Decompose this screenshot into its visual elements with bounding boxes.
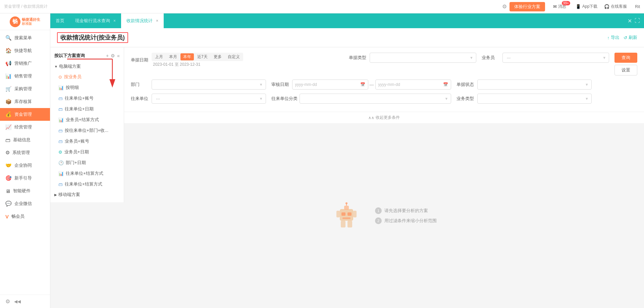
collapse-more-btn[interactable]: ∧∧ 收起更多条件 bbox=[124, 112, 644, 123]
date-tab-thismonth[interactable]: 本月 bbox=[166, 53, 180, 60]
counterpart-dropdown[interactable]: ··· ▼ bbox=[152, 94, 266, 104]
footer-collapse-btn[interactable]: ◀◀ bbox=[14, 299, 21, 304]
scheme-add-btn[interactable]: + bbox=[106, 53, 109, 58]
sidebar-hardware-label: 智能硬件 bbox=[13, 188, 31, 194]
sidebar-fund-label: 资金管理 bbox=[14, 111, 32, 117]
mobile-group-arrow: ▶ bbox=[54, 193, 57, 197]
scheme-item-counterpart-settle1[interactable]: 📊 往来单位+结算方式 bbox=[50, 168, 124, 179]
sidebar-item-sales[interactable]: 📊 销售管理 bbox=[0, 70, 50, 83]
doc-status-dropdown[interactable]: ▼ bbox=[477, 80, 592, 90]
sidebar-nav: 🔍 搜索菜单 🏠 快捷导航 📢 营销推广 📊 销售管理 🛒 采购管 bbox=[0, 30, 50, 295]
scheme-desktop-group[interactable]: ▼ 电脑端方案 bbox=[50, 61, 124, 71]
sidebar-item-hardware[interactable]: 🖥 智能硬件 bbox=[0, 185, 50, 197]
scheme-collapse-btn[interactable]: « bbox=[117, 53, 120, 58]
empty-tip-2: 2 用过滤条件来缩小分析范围 bbox=[375, 217, 437, 224]
sidebar-item-quick-nav[interactable]: 🏠 快捷导航 bbox=[0, 44, 50, 57]
salesperson-dropdown[interactable]: ··· ▼ bbox=[502, 53, 609, 63]
svg-rect-10 bbox=[336, 211, 340, 217]
review-date-from-text: yyyy-mm-dd bbox=[295, 82, 317, 87]
scheme-item-dept-date[interactable]: 🕐 部门+日期 bbox=[50, 157, 124, 168]
sidebar-enterprise-label: 企业协同 bbox=[14, 162, 32, 168]
date-tab-7days[interactable]: 近7天 bbox=[195, 53, 210, 60]
settings-btn[interactable]: 设置 bbox=[614, 65, 637, 75]
dept-dropdown[interactable]: ▼ bbox=[152, 80, 266, 90]
scheme-item-salesperson-date[interactable]: ⚙ 业务员+日期 bbox=[50, 147, 124, 157]
scheme-item-detail[interactable]: 📊 按明细 bbox=[50, 82, 124, 93]
scheme-item-counterpart-account[interactable]: 🗃 往来单位+账号 bbox=[50, 93, 124, 104]
date-label: 单据日期 bbox=[131, 57, 150, 63]
tab-collection-close[interactable]: × bbox=[156, 18, 158, 23]
ca-scheme-label: 往来单位+账号 bbox=[65, 95, 94, 101]
doc-type-dropdown[interactable]: ▼ bbox=[370, 53, 476, 63]
filter-row-3: 往来单位 ··· ▼ 往来单位分类 ▼ bbox=[131, 94, 637, 104]
filter-section: 单据日期 上月 本月 本年 近7天 更多 自定义 bbox=[124, 47, 644, 112]
scheme-mobile-group[interactable]: ▶ 移动端方案 bbox=[50, 190, 124, 200]
refresh-btn[interactable]: ↺ 刷新 bbox=[624, 35, 637, 41]
date-tab-lastmonth[interactable]: 上月 bbox=[152, 53, 166, 60]
sidebar-item-inventory[interactable]: 📦 库存核算 bbox=[0, 95, 50, 108]
tab-home[interactable]: 首页 bbox=[50, 13, 70, 28]
sidebar-item-base[interactable]: 🗃 基础信息 bbox=[0, 134, 50, 146]
scheme-item-salesperson-settle[interactable]: 📊 业务员+结算方式 bbox=[50, 114, 124, 125]
sidebar-base-label: 基础信息 bbox=[13, 137, 31, 143]
review-date-from[interactable]: yyyy-mm-dd 📅 bbox=[292, 80, 368, 90]
scheme-item-salesperson[interactable]: ⊙ 按业务员 bbox=[50, 71, 124, 82]
biz-type-dropdown[interactable]: ▼ bbox=[477, 94, 592, 104]
review-date-to-text: yyyy-mm-dd bbox=[378, 82, 400, 87]
maximize-btn[interactable]: ⛶ bbox=[635, 18, 640, 24]
filter-row-2: 部门 ▼ 审核日期 yyyy-mm-dd bbox=[131, 80, 637, 90]
app-download-area[interactable]: 📱 App下载 bbox=[576, 4, 597, 9]
scheme-item-dept[interactable]: 🗃 按往来单位+部门+收... bbox=[50, 125, 124, 136]
date-tab-thisyear[interactable]: 本年 bbox=[180, 53, 194, 60]
tip-text-1: 请先选择要分析的方案 bbox=[384, 208, 428, 214]
footer-settings-btn[interactable]: ⚙ bbox=[5, 298, 10, 305]
sidebar-item-marketing[interactable]: 📢 营销推广 bbox=[0, 57, 50, 70]
scheme-item-salesperson-account[interactable]: 🗃 业务员+账号 bbox=[50, 136, 124, 147]
date-separator: — bbox=[370, 82, 374, 87]
date-range-display: 2023-01-01 至 2023-12-31 bbox=[153, 62, 243, 67]
counterpart-more-icon[interactable]: ··· bbox=[156, 96, 160, 101]
doc-type-filter-item: 单据类型 ▼ bbox=[349, 53, 476, 63]
purchase-icon: 🛒 bbox=[5, 86, 12, 92]
sidebar-item-system[interactable]: ⚙ 系统管理 bbox=[0, 146, 50, 159]
scheme-item-counterpart-settle2[interactable]: 🗃 往来单位+结算方式 bbox=[50, 179, 124, 190]
export-btn[interactable]: ↑ 导出 bbox=[607, 35, 620, 41]
trial-btn[interactable]: 体验行业方案 bbox=[509, 2, 545, 11]
sidebar-item-search[interactable]: 🔍 搜索菜单 bbox=[0, 32, 50, 44]
query-btn[interactable]: 查询 bbox=[614, 53, 637, 63]
sidebar-item-member[interactable]: V 畅会员 bbox=[0, 210, 50, 223]
sidebar-item-wechat[interactable]: 💬 企业微信 bbox=[0, 197, 50, 210]
salesperson-label: 业务员 bbox=[482, 55, 500, 61]
sidebar-item-operation[interactable]: 📈 经营管理 bbox=[0, 121, 50, 134]
sidebar-item-fund[interactable]: 💰 资金管理 bbox=[0, 108, 50, 121]
counterpart-type-dropdown[interactable]: ▼ bbox=[300, 94, 451, 104]
header-settings-btn[interactable]: ⚙ bbox=[502, 3, 507, 10]
edition-label: 标准版 bbox=[22, 22, 40, 26]
sa-scheme-icon: 🗃 bbox=[58, 139, 63, 144]
svg-rect-13 bbox=[347, 221, 352, 227]
sidebar-footer: ⚙ ◀◀ bbox=[0, 295, 50, 308]
sidebar-item-guide[interactable]: 🎯 新手引导 bbox=[0, 172, 50, 185]
tab-bank-flow-close[interactable]: × bbox=[113, 18, 116, 23]
review-date-to[interactable]: yyyy-mm-dd 📅 bbox=[375, 80, 451, 90]
scheme-item-counterpart-date[interactable]: 🗃 往来单位+日期 bbox=[50, 104, 124, 114]
dept-filter-item: 部门 ▼ bbox=[131, 80, 266, 90]
close-all-tabs-btn[interactable]: ✕ bbox=[628, 18, 632, 24]
sidebar-item-enterprise[interactable]: 🤝 企业协同 bbox=[0, 159, 50, 172]
sidebar-wechat-label: 企业微信 bbox=[14, 201, 32, 207]
empty-state: 1 请先选择要分析的方案 2 用过滤条件来缩小分析范围 bbox=[124, 123, 644, 308]
tab-collection[interactable]: 收款情况统计 × bbox=[121, 13, 164, 28]
sidebar-item-purchase[interactable]: 🛒 采购管理 bbox=[0, 83, 50, 95]
scheme-settings-btn[interactable]: ⚙ bbox=[111, 53, 115, 58]
sidebar-member-label: 畅会员 bbox=[11, 213, 24, 219]
salesperson-more-icon[interactable]: ··· bbox=[507, 55, 511, 60]
service-area[interactable]: 🎧 在线客服 bbox=[604, 4, 627, 9]
date-tab-custom[interactable]: 自定义 bbox=[225, 53, 243, 60]
notification-area[interactable]: ✉ 消息 99+ bbox=[553, 4, 566, 9]
tab-bank-flow[interactable]: 现金银行流水查询 × bbox=[70, 13, 121, 28]
salesperson-filter-item: 业务员 ··· ▼ bbox=[482, 53, 609, 63]
sales-icon: 📊 bbox=[5, 73, 12, 79]
logo-area: 畅 畅捷通好生 标准版 bbox=[0, 13, 50, 30]
date-tab-more[interactable]: 更多 bbox=[211, 53, 224, 60]
doc-status-chevron: ▼ bbox=[585, 83, 589, 87]
